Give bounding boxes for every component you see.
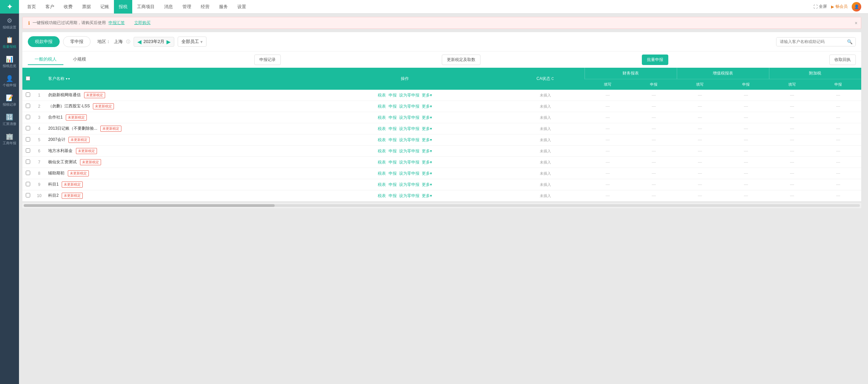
op-taxform-0[interactable]: 税表 (378, 93, 386, 98)
op-zerodeclare-2[interactable]: 设为零申报 (399, 115, 419, 120)
notice-close-button[interactable]: × (855, 20, 857, 26)
declare-record-button[interactable]: 申报记录 (254, 55, 281, 65)
scroll-thumb[interactable] (24, 204, 275, 207)
op-declare-1[interactable]: 申报 (389, 104, 397, 109)
row-checkbox-0[interactable] (22, 90, 34, 101)
op-more-5[interactable]: 更多▾ (422, 149, 432, 153)
op-declare-8[interactable]: 申报 (389, 182, 397, 187)
notice-link-declare[interactable]: 申报汇签 (108, 20, 125, 26)
sidebar-item-batch-tax[interactable]: 📋 批量报税 (0, 33, 19, 52)
batch-declare-button[interactable]: 批量申报 (642, 55, 668, 65)
fullscreen-button[interactable]: ⛶ 全屏 (813, 4, 827, 9)
op-declare-3[interactable]: 申报 (389, 126, 397, 131)
vip-button[interactable]: ▶ 畅会员 (831, 4, 848, 9)
op-taxform-2[interactable]: 税表 (378, 115, 386, 120)
nav-setting[interactable]: 设置 (233, 0, 251, 14)
op-zerodeclare-9[interactable]: 设为零申报 (399, 193, 419, 198)
search-input[interactable] (776, 38, 844, 46)
row-checkbox-2[interactable] (22, 112, 34, 123)
op-taxform-4[interactable]: 税表 (378, 137, 386, 142)
nav-invoice[interactable]: 收费 (59, 0, 77, 14)
tab-zero-declare[interactable]: 零申报 (63, 36, 91, 47)
th-checkbox[interactable] (22, 68, 34, 90)
horizontal-scrollbar[interactable] (22, 203, 861, 208)
op-declare-4[interactable]: 申报 (389, 137, 397, 142)
nav-manage[interactable]: 管理 (178, 0, 196, 14)
row-checkbox-6[interactable] (22, 157, 34, 168)
row-checkbox-5[interactable] (22, 146, 34, 157)
row-checkbox-4[interactable] (22, 134, 34, 146)
tab-general[interactable]: 一般的税人 (28, 54, 63, 65)
op-taxform-7[interactable]: 税表 (378, 171, 386, 176)
op-more-7[interactable]: 更多▾ (422, 171, 432, 176)
sidebar-item-tax-record[interactable]: 📝 报税记录 (0, 91, 19, 110)
op-zerodeclare-0[interactable]: 设为零申报 (399, 93, 419, 98)
nav-operate[interactable]: 经营 (196, 0, 214, 14)
sidebar-item-personal-tax[interactable]: 👤 个税申报 (0, 71, 19, 91)
op-declare-6[interactable]: 申报 (389, 160, 397, 165)
op-zerodeclare-4[interactable]: 设为零申报 (399, 137, 419, 142)
row-checkbox-8[interactable] (22, 179, 34, 190)
op-declare-9[interactable]: 申报 (389, 193, 397, 198)
op-zerodeclare-1[interactable]: 设为零申报 (399, 104, 419, 109)
ca-sort[interactable]: C (551, 77, 554, 81)
row-checkbox-9[interactable] (22, 190, 34, 201)
op-zerodeclare-3[interactable]: 设为零申报 (399, 126, 419, 131)
op-zerodeclare-6[interactable]: 设为零申报 (399, 160, 419, 165)
op-taxform-1[interactable]: 税表 (378, 104, 386, 109)
nav-service[interactable]: 服务 (214, 0, 233, 14)
nav-tax[interactable]: 报税 (114, 0, 132, 14)
collect-return-button[interactable]: 收取回执 (829, 55, 856, 65)
nav-message[interactable]: 消息 (159, 0, 178, 14)
row-ops-4: 税表 申报 设为零申报 更多▾ (304, 134, 506, 146)
sidebar-item-tax-overview[interactable]: 📊 报税总览 (0, 52, 19, 71)
sidebar-item-business-annual[interactable]: 🏢 工商年报 (0, 129, 19, 149)
top-nav: 首页 客户 收费 票据 记账 报税 工商项目 消息 管理 经营 服务 设置 ⛶ … (19, 0, 868, 14)
main-wrapper: 首页 客户 收费 票据 记账 报税 工商项目 消息 管理 经营 服务 设置 ⛶ … (19, 0, 868, 384)
nav-home[interactable]: 首页 (22, 0, 41, 14)
op-declare-2[interactable]: 申报 (389, 115, 397, 120)
op-zerodeclare-5[interactable]: 设为零申报 (399, 149, 419, 153)
op-taxform-6[interactable]: 税表 (378, 160, 386, 165)
select-all-checkbox[interactable] (26, 76, 30, 81)
tab-small[interactable]: 小规模 (66, 54, 93, 65)
row-checkbox-3[interactable] (22, 123, 34, 134)
op-more-1[interactable]: 更多▾ (422, 104, 432, 109)
op-declare-7[interactable]: 申报 (389, 171, 397, 176)
notice-link-buy[interactable]: 立即购买 (134, 20, 151, 26)
op-more-0[interactable]: 更多▾ (422, 93, 432, 98)
op-declare-0[interactable]: 申报 (389, 93, 397, 98)
op-zerodeclare-8[interactable]: 设为零申报 (399, 182, 419, 187)
row-checkbox-7[interactable] (22, 168, 34, 179)
date-next-button[interactable]: ▶ (166, 39, 171, 45)
sidebar-item-calc-clear[interactable]: 🔢 汇算清缴 (0, 110, 19, 129)
nav-account[interactable]: 记账 (96, 0, 114, 14)
op-more-3[interactable]: 更多▾ (422, 126, 432, 131)
op-taxform-3[interactable]: 税表 (378, 126, 386, 131)
row-vdec-7: — (723, 168, 769, 179)
op-more-2[interactable]: 更多▾ (422, 115, 432, 120)
update-quota-button[interactable]: 更新税定及取数 (442, 55, 480, 65)
op-taxform-8[interactable]: 税表 (378, 182, 386, 187)
sidebar-item-tax-setting[interactable]: ⚙ 报税设置 (0, 14, 19, 33)
search-button[interactable]: 🔍 (844, 38, 855, 46)
op-more-4[interactable]: 更多▾ (422, 137, 432, 142)
op-taxform-5[interactable]: 税表 (378, 149, 386, 153)
op-more-9[interactable]: 更多▾ (422, 193, 432, 198)
nav-business[interactable]: 工商项目 (132, 0, 159, 14)
user-avatar[interactable]: 👤 (852, 2, 861, 12)
op-declare-5[interactable]: 申报 (389, 149, 397, 153)
client-name-sort[interactable]: ▾ (66, 77, 70, 81)
region-info-icon[interactable]: ⓘ (126, 39, 130, 45)
date-prev-button[interactable]: ◀ (137, 39, 141, 45)
op-more-8[interactable]: 更多▾ (422, 182, 432, 187)
op-taxform-9[interactable]: 税表 (378, 193, 386, 198)
nav-bill[interactable]: 票据 (77, 0, 96, 14)
nav-customer[interactable]: 客户 (41, 0, 59, 14)
tab-tax-declare[interactable]: 税款申报 (28, 36, 60, 47)
op-zerodeclare-7[interactable]: 设为零申报 (399, 171, 419, 176)
dept-select[interactable]: 全部员工 ▾ (178, 37, 206, 47)
status-badge: 未更新税定 (62, 182, 83, 188)
op-more-6[interactable]: 更多▾ (422, 160, 432, 165)
row-checkbox-1[interactable] (22, 101, 34, 112)
